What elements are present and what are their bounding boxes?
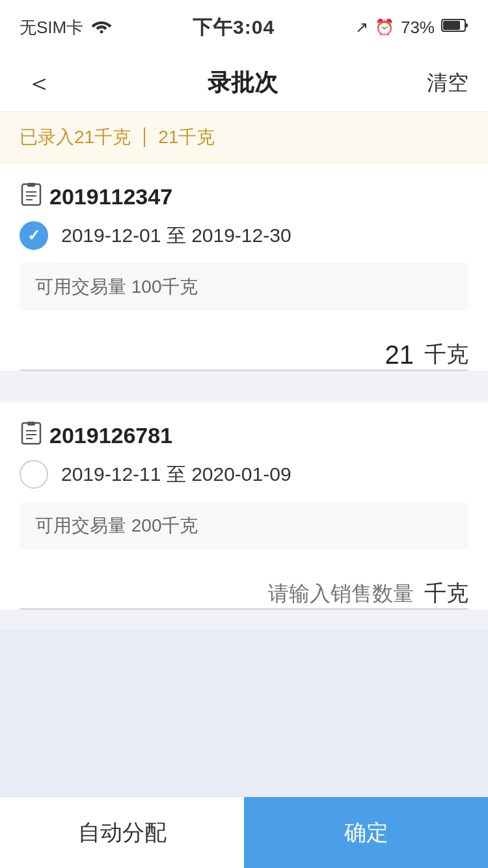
svg-rect-5	[27, 183, 35, 187]
batch1-radio[interactable]: ✓	[20, 221, 48, 250]
batch1-avail: 可用交易量 100千克	[20, 263, 468, 311]
info-banner: 已录入21千克 21千克	[0, 112, 488, 163]
svg-rect-9	[22, 423, 40, 444]
batch2-amount-row: 千克	[0, 565, 488, 608]
batch2-avail: 可用交易量 200千克	[20, 502, 468, 550]
batch1-amount-row: 千克	[0, 327, 488, 370]
batch2-card: 2019126781 2019-12-11 至 2020-01-09 可用交易量…	[0, 402, 488, 610]
batch1-card: 2019112347 ✓ 2019-12-01 至 2019-12-30 可用交…	[0, 163, 488, 371]
batch2-radio[interactable]	[20, 460, 48, 489]
batch2-underline	[20, 608, 468, 610]
page-title: 录批次	[208, 67, 278, 99]
svg-rect-10	[27, 422, 35, 426]
nav-bar: ＜ 录批次 清空	[0, 55, 488, 112]
confirm-button[interactable]: 确定	[244, 797, 488, 868]
batch1-id: 2019112347	[49, 184, 172, 210]
wifi-icon	[91, 18, 112, 38]
status-time: 下午3:04	[193, 14, 275, 41]
status-right: ↗ ⏰ 73%	[355, 18, 468, 38]
bottom-bar: 自动分配 确定	[0, 796, 488, 868]
total-label: 21千克	[158, 125, 215, 150]
batch2-icon	[20, 422, 43, 450]
svg-rect-4	[22, 184, 40, 205]
carrier-label: 无SIM卡	[20, 16, 83, 39]
section-gap-1	[0, 390, 488, 402]
status-left: 无SIM卡	[20, 16, 112, 39]
alarm-icon: ⏰	[375, 18, 394, 36]
batch1-underline	[20, 370, 468, 371]
batch1-icon	[20, 183, 43, 211]
svg-rect-3	[465, 23, 468, 27]
location-icon: ↗	[355, 18, 368, 36]
recorded-label: 已录入21千克	[20, 125, 131, 150]
batch1-date: 2019-12-01 至 2019-12-30	[61, 223, 291, 249]
info-divider	[144, 128, 145, 147]
batch1-unit: 千克	[424, 340, 468, 370]
batch2-date: 2019-12-11 至 2020-01-09	[61, 461, 291, 488]
battery-label: 73%	[401, 18, 435, 38]
batch1-amount-input[interactable]	[336, 340, 414, 370]
status-bar: 无SIM卡 下午3:04 ↗ ⏰ 73%	[0, 0, 488, 55]
svg-rect-2	[443, 21, 460, 30]
batch1-check-icon: ✓	[27, 226, 40, 245]
battery-icon	[441, 18, 468, 38]
svg-point-0	[100, 30, 103, 33]
auto-distribute-button[interactable]: 自动分配	[0, 797, 244, 868]
back-button[interactable]: ＜	[20, 59, 59, 107]
batch2-amount-input[interactable]	[245, 582, 414, 606]
batch2-id: 2019126781	[49, 423, 172, 448]
batch2-unit: 千克	[424, 578, 468, 608]
clear-button[interactable]: 清空	[427, 69, 468, 98]
